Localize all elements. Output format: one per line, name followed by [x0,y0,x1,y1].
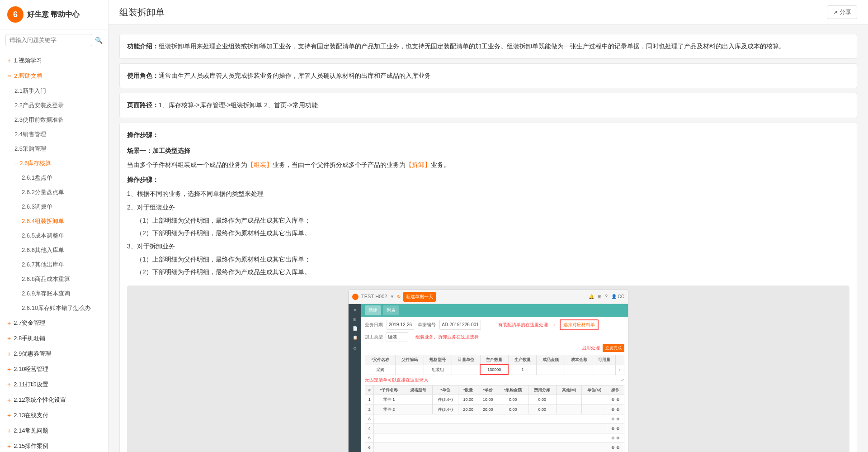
search-input[interactable] [5,34,92,46]
icon-apps: ⊞ [598,293,601,301]
content-area: 功能介绍：组装拆卸单用来处理企业组装或拆卸等加工业务，支持有固定装配清单的产品加… [108,25,868,452]
btr2-num: 2 [365,404,374,414]
td-amt1 [537,365,565,375]
sidebar-sub-2-6-5[interactable]: 2.6.5成本调整单 [0,228,108,243]
sidebar-item-2-13[interactable]: + 2.13在线支付 [0,408,108,423]
steps-block: 操作步骤： 场景一：加工类型选择 当由多个子件材料组装成一个成品的业务为【组装】… [119,123,857,452]
search-icon[interactable]: 🔍 [95,37,103,44]
expand-icon: ⤢ [621,376,624,384]
td-action: ↑ [616,365,624,375]
td-qty2: 1 [508,365,536,375]
share-button[interactable]: ↗ 分享 [827,5,857,19]
sidebar-item-2-7[interactable]: + 2.7资金管理 [0,315,108,331]
btr6-num: 6 [365,443,374,452]
icon-help: ? [605,293,608,301]
td-spec: 组装组 [424,365,452,375]
sidebar-sub-2-1[interactable]: 2.1新手入门 [0,84,108,98]
sidebar-sub-2-3[interactable]: 2.3使用前数据准备 [0,113,108,127]
logo-bar: 6 好生意 帮助中心 [0,0,108,29]
btr1-op: ⊕ ⊗ [607,395,624,404]
sidebar-item-2-15-label: 2.15操作案例 [14,442,48,450]
step2-sub1: （1）上部明细为父件明细，最终作为产成品生成其它入库单； [136,215,849,226]
link-disassemble: 【拆卸】 [406,161,431,168]
share-icon: ↗ [833,9,838,16]
app-logo-icon [352,294,359,300]
sidebar-item-2-9[interactable]: + 2.9优惠券管理 [0,346,108,362]
sidebar-sub-2-6-4[interactable]: 2.6.4组装拆卸单 [0,214,108,228]
td-name: 采购 [365,365,396,375]
btr1-name: 零件 1 [374,395,404,404]
path-label: 页面路径： [127,101,159,109]
role-text: 通常由生产人员或库管人员完成拆装业务的操作，库管人员确认原材料的出库和产成品的入… [159,72,431,79]
bth-col7: 费用分摊 [528,385,556,395]
sidebar-sub-2-6-1[interactable]: 2.6.1盘点单 [0,171,108,185]
th-col7: 成品金额 [537,355,565,365]
role-label: 使用角色： [127,72,159,79]
sidebar-sub-2-6-9[interactable]: 2.6.9库存账本查询 [0,286,108,301]
sidebar-item-1[interactable]: + 1.视频学习 [0,53,108,68]
share-label: 分享 [840,8,851,16]
sidebar-sub-2-6-6[interactable]: 2.6.6其他入库单 [0,243,108,257]
sidebar-item-2-9-label: 2.9优惠券管理 [14,350,51,358]
sidebar-item-2-10[interactable]: + 2.10经营管理 [0,362,108,377]
plus-icon-2-9: + [7,350,11,357]
plus-icon-2-10: + [7,366,11,373]
sidebar-sub-2-6[interactable]: − 2.6库存核算 [0,156,108,171]
btr1-unit: 件(3.4+) [432,395,458,404]
sidebar-sub-2-4[interactable]: 2.4销售管理 [0,127,108,142]
nav-icon-4: 📋 [353,334,358,341]
sidebar-sub-2-6-3[interactable]: 2.6.3调拨单 [0,200,108,214]
sidebar-item-2-11[interactable]: + 2.11打印设置 [0,377,108,392]
sidebar-sub-2-2[interactable]: 2.2产品安装及登录 [0,98,108,113]
icon-user: 👤 CC [611,293,624,301]
nav-icon-1: ≡ [354,307,356,314]
enable-btn[interactable]: 立发完成 [603,344,624,352]
btr2-spec [404,404,432,414]
step3-sub1: （1）上部明细为父件明细，最终作为原材料生成其它出库单； [136,254,849,265]
sidebar-item-2-10-label: 2.10经营管理 [14,365,48,373]
th-col8: 成本金额 [565,355,593,365]
dropdown-icon: ▼ [390,293,394,301]
btr1-qty: 10.00 [458,395,478,404]
path-block: 页面路径：1、库存核算->库存管理->组装拆卸单 2、首页->常用功能 [119,93,857,118]
sidebar-item-2-12[interactable]: + 2.12系统个性化设置 [0,392,108,408]
sidebar-item-2-8[interactable]: + 2.8手机旺铺 [0,331,108,346]
th-col1: *父件名称 [365,355,396,365]
intro-label: 功能介绍： [127,43,159,50]
sidebar-item-2-14[interactable]: + 2.14常见问题 [0,423,108,438]
annotation-button: 选择对应材料单 [560,319,599,330]
td-avail [593,365,616,375]
type-value: 组装 [386,332,408,342]
sidebar-sub-2-6-2[interactable]: 2.6.2分量盘点单 [0,185,108,200]
annotation-arrow-1: → [552,321,556,329]
ops-steps-label: 操作步骤： [127,174,849,186]
tab-list[interactable]: 列表 [383,305,399,315]
sidebar-sub-2-6-7[interactable]: 2.6.7其他出库单 [0,257,108,272]
sidebar-item-2-label: 2.帮助文档 [14,72,42,80]
sidebar-sub-2-6-8[interactable]: 2.6.8商品成本重算 [0,272,108,286]
intro-text: 组装拆卸单用来处理企业组装或拆卸等加工业务，支持有固定装配清单的产品加工业务，也… [159,43,785,50]
sidebar-sub-2-6-10[interactable]: 2.6.10库存账本错了怎么办 [0,301,108,315]
top-table: *父件名称 父件编码 规格型号 计量单位 主产数量 生产数量 成品金额 [365,355,624,375]
nav-icon-3: 📄 [353,325,358,332]
icon-bell: 🔔 [589,293,594,301]
sidebar-item-2-13-label: 2.13在线支付 [14,411,48,419]
sidebar-sub-2-5[interactable]: 2.5采购管理 [0,142,108,156]
step3: 3、对于拆卸业务 [127,241,849,252]
minus-icon-2: − [7,72,11,80]
intro-block: 功能介绍：组装拆卸单用来处理企业组装或拆卸等加工业务，支持有固定装配清单的产品加… [119,34,857,59]
sidebar-sub-2-6-label: 2.6库存核算 [19,160,51,167]
plus-icon-2-8: + [7,335,11,342]
sidebar-item-2[interactable]: − 2.帮助文档 [0,68,108,84]
sidebar-item-2-7-label: 2.7资金管理 [14,319,45,327]
bth-col1: *子件名称 [374,385,404,395]
sidebar-item-2-15[interactable]: + 2.15操作案例 [0,438,108,452]
plus-icon-2-11: + [7,381,11,388]
app-chrome-bar: TEST-H002 ▼ ↻ 新建单据一天 🔔 ⊞ ? 👤 CC [349,290,628,304]
main-area: 组装拆卸单 ↗ 分享 功能介绍：组装拆卸单用来处理企业组装或拆卸等加工业务，支持… [108,0,868,452]
new-btn[interactable]: 新建单据一天 [403,292,436,302]
btr5-empty [374,433,607,443]
tab-new[interactable]: 新建 [365,305,381,315]
bth-col8: 其他(M) [556,385,581,395]
bth-num: # [365,385,374,395]
